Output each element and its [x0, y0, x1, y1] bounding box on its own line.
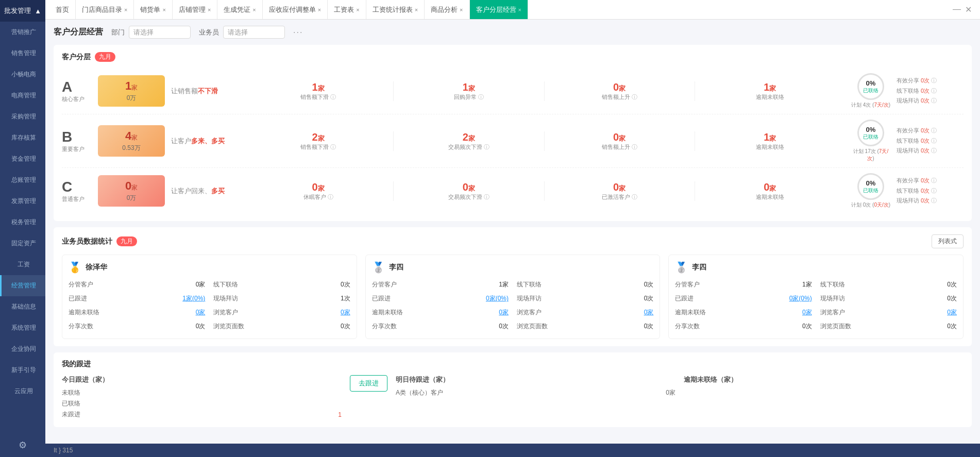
- staff-stat-label: 分管客户: [372, 280, 397, 289]
- tab-生成凭证[interactable]: 生成凭证×: [217, 0, 262, 20]
- sidebar-item-采购管理[interactable]: 采购管理: [0, 106, 45, 127]
- followup-nofollowup-label: 未跟进: [62, 410, 80, 419]
- window-close-icon[interactable]: ✕: [965, 5, 972, 14]
- sidebar-item-固定资产[interactable]: 固定资产: [0, 233, 45, 254]
- sidebar-item-基础信息[interactable]: 基础信息: [0, 296, 45, 317]
- tab-close-icon[interactable]: ×: [356, 7, 359, 13]
- tab-应收应付调整单[interactable]: 应收应付调整单×: [263, 0, 328, 20]
- staff-stat-2-1: 线下联络 0次: [820, 279, 957, 291]
- tab-close-icon[interactable]: ×: [318, 7, 321, 13]
- staff-stat-label: 已跟进: [372, 294, 391, 303]
- sidebar-item-企业协同[interactable]: 企业协同: [0, 338, 45, 360]
- more-options-btn[interactable]: ···: [293, 28, 303, 37]
- followup-title: 我的跟进: [62, 360, 964, 369]
- staff-stat-val[interactable]: 0家: [947, 308, 957, 317]
- followup-unlinkerd-label: 未联络: [62, 388, 80, 397]
- metric-item-1-3[interactable]: 1家 逾期未联络: [695, 131, 845, 151]
- staff-stat-val[interactable]: 0家: [196, 308, 206, 317]
- tab-close-icon[interactable]: ×: [460, 7, 463, 13]
- metric-item-2-2[interactable]: 0家 已激活客户ⓘ: [545, 181, 695, 201]
- tab-商品分析[interactable]: 商品分析×: [425, 0, 469, 20]
- sidebar: 批发管理 ▲ 营销推广销售管理小畅电商电商管理采购管理库存核算资金管理总账管理发…: [0, 0, 45, 457]
- sidebar-item-销售管理[interactable]: 销售管理: [0, 43, 45, 64]
- tab-门店商品目录[interactable]: 门店商品目录×: [76, 0, 134, 20]
- sidebar-item-库存核算[interactable]: 库存核算: [0, 127, 45, 148]
- sidebar-item-电商管理[interactable]: 电商管理: [0, 85, 45, 106]
- settings-icon[interactable]: ⚙: [0, 433, 45, 457]
- sidebar-item-发票管理[interactable]: 发票管理: [0, 191, 45, 212]
- metric-item-0-3[interactable]: 1家 逾期未联络: [695, 81, 845, 101]
- staff-stat-val[interactable]: 0家(0%): [789, 294, 812, 303]
- tier-count-box-C[interactable]: 0家 0万: [98, 175, 165, 207]
- staff-stat-label: 线下联络: [517, 280, 542, 289]
- metric-item-0-2[interactable]: 0家 销售额上升ⓘ: [545, 81, 695, 101]
- tab-首页[interactable]: 首页: [49, 0, 76, 20]
- tab-close-icon[interactable]: ×: [124, 7, 127, 13]
- tier-count-box-B[interactable]: 4家 0.53万: [98, 125, 165, 157]
- sidebar-collapse-icon[interactable]: ▲: [35, 7, 41, 15]
- metric-item-2-0[interactable]: 0家 休眠客户ⓘ: [243, 181, 394, 201]
- metric-item-2-1[interactable]: 0家 交易频次下滑ⓘ: [394, 181, 544, 201]
- followup-row-no-followup: 未跟进 1: [62, 409, 342, 420]
- sidebar-item-工资[interactable]: 工资: [0, 254, 45, 275]
- tab-label: 工资统计报表: [373, 5, 413, 14]
- staff-stat-val[interactable]: 0家: [644, 308, 654, 317]
- staff-header-2: 🥈 李四: [675, 261, 957, 274]
- sidebar-item-系统管理[interactable]: 系统管理: [0, 317, 45, 338]
- staff-stat-val[interactable]: 1家(0%): [182, 294, 205, 303]
- staff-stat-val[interactable]: 0家: [802, 308, 812, 317]
- sidebar-item-新手引导[interactable]: 新手引导: [0, 360, 45, 381]
- sidebar-top-label: 批发管理: [4, 6, 31, 15]
- metric-item-2-3[interactable]: 0家 逾期未联络: [695, 181, 845, 201]
- tier-right-stats-B: 有效分享 0次 ⓘ 线下联络 0次 ⓘ 现场拜访 0次 ⓘ: [897, 126, 964, 156]
- staff-stat-2-7: 浏览页面数 0次: [820, 320, 957, 332]
- sidebar-item-总账管理[interactable]: 总账管理: [0, 170, 45, 191]
- window-minimize-icon[interactable]: —: [953, 5, 961, 14]
- metric-item-1-0[interactable]: 2家 销售额下滑ⓘ: [243, 131, 394, 151]
- metric-item-0-0[interactable]: 1家 销售额下滑ⓘ: [243, 81, 394, 101]
- dept-select[interactable]: 请选择: [129, 26, 191, 39]
- tab-label: 首页: [56, 5, 69, 14]
- staff-stat-val[interactable]: 0家: [499, 308, 509, 317]
- staff-stat-val[interactable]: 0家(0%): [486, 294, 509, 303]
- sidebar-item-云应用[interactable]: 云应用: [0, 381, 45, 402]
- sidebar-item-经营管理[interactable]: 经营管理: [0, 275, 45, 296]
- tab-店铺管理[interactable]: 店铺管理×: [173, 0, 217, 20]
- staff-select[interactable]: 请选择: [223, 26, 285, 39]
- metric-item-0-1[interactable]: 1家 回购异常ⓘ: [394, 81, 544, 101]
- staff-card-2: 🥈 李四 分管客户 1家 线下联络 0次 已跟进 0家(0%): [668, 255, 964, 339]
- tab-label: 客户分层经营: [476, 5, 516, 14]
- tab-close-icon[interactable]: ×: [208, 7, 211, 13]
- tab-close-icon[interactable]: ×: [518, 7, 521, 13]
- metric-item-1-1[interactable]: 2家 交易频次下滑ⓘ: [394, 131, 544, 151]
- sidebar-item-税务管理[interactable]: 税务管理: [0, 212, 45, 233]
- metric-item-1-2[interactable]: 0家 销售额上升ⓘ: [545, 131, 695, 151]
- tab-close-icon[interactable]: ×: [415, 7, 418, 13]
- staff-stat-label: 逾期未联络: [69, 308, 99, 317]
- tab-close-icon[interactable]: ×: [162, 7, 165, 13]
- tab-销货单[interactable]: 销货单×: [134, 0, 172, 20]
- sidebar-item-营销推广[interactable]: 营销推广: [0, 22, 45, 43]
- customer-tier-section: 客户分层 九月 A 核心客户 1家 0万 让销售额不下滑 1家 销售额下滑ⓘ 1…: [54, 45, 972, 221]
- tier-count-box-A[interactable]: 1家 0万: [98, 75, 165, 107]
- staff-badge-1: 🥈: [372, 261, 385, 274]
- page-title: 客户分层经营: [54, 27, 103, 38]
- staff-stat-val: 0次: [947, 322, 957, 331]
- tab-工资统计报表[interactable]: 工资统计报表×: [366, 0, 425, 20]
- tier-circle-A: 0% 已联络 计划 4次 (7天/次): [850, 73, 891, 109]
- tab-close-icon[interactable]: ×: [252, 7, 256, 13]
- staff-stats-header: 业务员数据统计 九月 列表式: [62, 234, 964, 248]
- list-view-btn[interactable]: 列表式: [932, 234, 964, 248]
- tier-row-c: C 普通客户 0家 0万 让客户回来、多买 0家 休眠客户ⓘ 0家 交易频次下滑…: [62, 168, 964, 214]
- sidebar-top[interactable]: 批发管理 ▲: [0, 0, 45, 22]
- staff-badge-0: 🥇: [69, 261, 81, 274]
- go-followup-btn[interactable]: 去跟进: [350, 375, 387, 392]
- sidebar-item-小畅电商[interactable]: 小畅电商: [0, 64, 45, 85]
- staff-stat-val[interactable]: 0家: [341, 308, 350, 317]
- tab-客户分层经营[interactable]: 客户分层经营×: [470, 0, 528, 20]
- staff-header-0: 🥇 徐泽华: [69, 261, 350, 274]
- followup-linked-label: 已联络: [62, 399, 80, 408]
- sidebar-item-资金管理[interactable]: 资金管理: [0, 148, 45, 170]
- tab-工资表[interactable]: 工资表×: [328, 0, 366, 20]
- staff-stat-label: 浏览客户: [517, 308, 542, 317]
